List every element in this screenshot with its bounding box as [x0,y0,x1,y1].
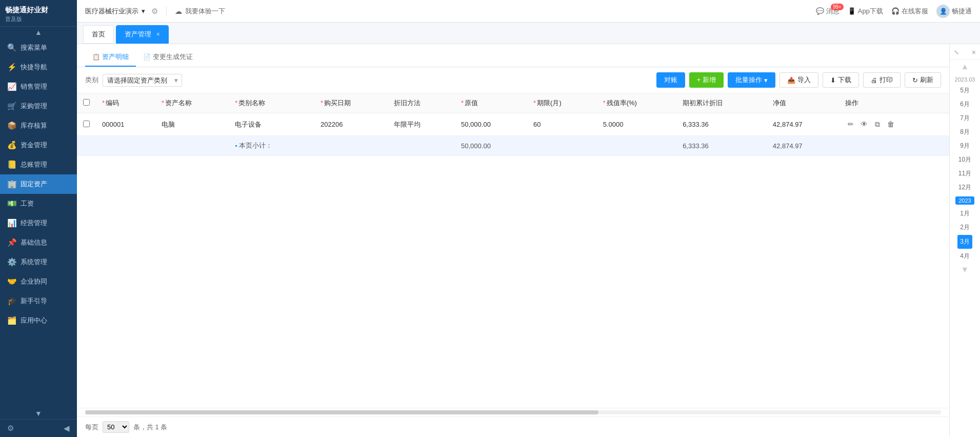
sidebar-item-快捷导航[interactable]: ⚡快捷导航 [0,57,77,77]
sidebar-label: 系统管理 [21,257,47,267]
month-item-prev-9月[interactable]: 9月 [955,139,974,153]
panel-close-btn[interactable]: × [970,47,978,57]
panel-scroll-up[interactable]: ▲ [950,60,980,73]
company-selector[interactable]: 医疗器械行业演示 ▾ [85,7,145,16]
sidebar-item-经营管理[interactable]: 📊经营管理 [0,213,77,233]
sidebar-scroll-down[interactable]: ▼ [0,408,77,419]
edit-btn[interactable]: ✏ [845,118,856,130]
month-item-4月[interactable]: 4月 [955,249,974,263]
sidebar-item-应用中心[interactable]: 🗂️应用中心 [0,311,77,330]
sidebar-logo: 畅捷通好业财 普及版 [0,0,77,27]
table-row: 000001 电脑 电子设备 202206 年限平均 50,000.00 60 … [77,113,949,136]
per-page-select[interactable]: 50 10 20 100 [103,421,129,433]
sidebar-label: 企业协同 [21,277,47,286]
sub-tab-voucher-change-label: 变更生成凭证 [153,52,193,62]
sidebar-icon: 🛒 [7,102,16,111]
tab-home-label: 首页 [92,30,105,38]
month-item-prev-12月[interactable]: 12月 [955,181,974,194]
sidebar-item-系统管理[interactable]: ⚙️系统管理 [0,252,77,272]
month-item-prev-8月[interactable]: 8月 [955,125,974,139]
cell-code: 000001 [96,113,155,136]
customer-service-icon: 🎧 [891,7,899,15]
sidebar-item-企业协同[interactable]: 🤝企业协同 [0,272,77,291]
tab-asset-management-label: 资产管理 [125,30,151,38]
customer-service-btn[interactable]: 🎧 在线客服 [891,7,928,16]
sidebar-label: 工资 [21,199,34,208]
sub-tab-voucher-change[interactable]: 📄 变更生成凭证 [136,49,200,67]
cell-net-value: 42,874.97 [767,113,839,136]
sidebar-label: 经营管理 [21,218,47,228]
refresh-icon: ↻ [912,76,918,84]
sub-tab-voucher-change-icon: 📄 [143,53,151,61]
tab-asset-management[interactable]: 资产管理 × [116,25,169,44]
right-panel: ⤡ × ▲ 2023.03 5月6月7月8月9月10月11月12月20231月2… [949,44,980,437]
table-header-row: *编码 *资产名称 *类别名称 *购买日期 折旧方法 *原值 *期限(月) *残… [77,93,949,113]
sidebar-icon: 💰 [7,141,16,150]
month-item-1月[interactable]: 1月 [955,207,974,221]
reconcile-button[interactable]: 对账 [656,72,685,88]
download-button[interactable]: ⬇ 下载 [823,72,859,88]
tabbar: 首页 资产管理 × [77,23,980,44]
sidebar-item-工资[interactable]: 💵工资 [0,194,77,213]
export-button[interactable]: 📤 导入 [779,72,818,88]
sidebar-item-基础信息[interactable]: 📌基础信息 [0,233,77,252]
month-item-prev-5月[interactable]: 5月 [955,84,974,97]
sidebar-item-搜索菜单[interactable]: 🔍搜索菜单 [0,38,77,57]
row-checkbox[interactable] [83,121,90,127]
category-select-wrapper: 请选择固定资产类别 [103,74,182,87]
month-item-prev-10月[interactable]: 10月 [955,153,974,167]
sidebar-icon: 🎓 [7,296,16,306]
cell-name: 电脑 [155,113,229,136]
refresh-button[interactable]: ↻ 刷新 [905,72,941,88]
subtotal-residual-rate [597,136,677,156]
app-download-btn[interactable]: 📱 App下载 [848,7,883,16]
sidebar-item-固定资产[interactable]: 🏢固定资产 [0,174,77,194]
new-button[interactable]: + 新增 [689,72,724,88]
sidebar-icon: 📊 [7,218,16,228]
sub-tab-asset-detail[interactable]: 📋 资产明细 [85,49,136,67]
sidebar-icon: 🏢 [7,180,16,189]
copy-btn[interactable]: ⧉ [872,118,883,130]
select-all-checkbox[interactable] [83,99,90,106]
message-btn[interactable]: 💬 消息 99+ [816,7,839,16]
sidebar-label: 应用中心 [21,316,47,325]
sidebar-item-销售管理[interactable]: 📈销售管理 [0,77,77,96]
cell-actions: ✏ 👁 ⧉ 🗑 [839,113,949,136]
avatar: 👤 [936,5,950,18]
delete-btn[interactable]: 🗑 [885,118,897,130]
month-item-prev-11月[interactable]: 11月 [955,167,974,181]
user-menu[interactable]: 👤 畅捷通 [936,5,972,18]
month-item-prev-7月[interactable]: 7月 [955,111,974,125]
year-badge[interactable]: 2023 [955,196,974,205]
sub-tab-asset-detail-icon: 📋 [92,53,100,61]
subtotal-purchase-date [314,136,388,156]
tab-home[interactable]: 首页 [83,25,114,44]
cell-purchase-date: 202206 [314,113,388,136]
header-residual-rate: *残值率(%) [597,93,677,113]
sidebar-item-总账管理[interactable]: 📒总账管理 [0,155,77,174]
batch-button[interactable]: 批量操作 ▾ [728,72,775,88]
sidebar-item-库存核算[interactable]: 📦库存核算 [0,116,77,135]
sidebar-item-新手引导[interactable]: 🎓新手引导 [0,291,77,311]
sidebar-collapse-icon[interactable]: ◀ [64,424,70,433]
category-select[interactable]: 请选择固定资产类别 [103,74,182,87]
experience-btn[interactable]: ☁ 我要体验一下 [175,7,225,16]
view-btn[interactable]: 👁 [858,118,870,130]
month-item-3月[interactable]: 3月 [957,235,972,249]
panel-scroll-down[interactable]: ▼ [955,263,974,276]
sidebar-scroll-up[interactable]: ▲ [0,27,77,38]
sidebar-item-资金管理[interactable]: 💰资金管理 [0,135,77,155]
print-button[interactable]: 🖨 打印 [863,72,901,88]
month-item-2月[interactable]: 2月 [955,221,974,234]
h-scrollbar[interactable] [85,410,941,414]
h-scrollbar-thumb[interactable] [85,410,598,414]
header-code: *编码 [96,93,155,113]
sidebar-item-采购管理[interactable]: 🛒采购管理 [0,96,77,116]
h-scroll-wrapper [77,408,949,416]
sidebar-settings-icon[interactable]: ⚙ [7,424,14,433]
tab-close-icon[interactable]: × [156,31,160,38]
month-item-prev-6月[interactable]: 6月 [955,97,974,111]
panel-expand-btn[interactable]: ⤡ [952,48,961,57]
topbar-settings-icon[interactable]: ⚙ [151,7,158,16]
subtotal-original-value: 50,000.00 [455,136,527,156]
